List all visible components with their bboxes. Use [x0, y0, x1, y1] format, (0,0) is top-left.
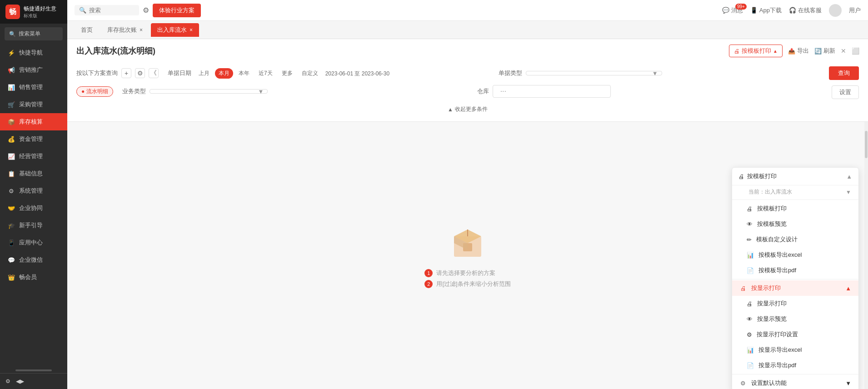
display-print-icon: 🖨 — [747, 300, 753, 307]
date-btn-this-month[interactable]: 本月 — [215, 68, 233, 79]
sidebar-item-enterprise[interactable]: 🤝 企业协同 — [0, 199, 67, 217]
settings-condition-btn[interactable]: ⚙ — [135, 68, 145, 78]
collapse-label: 收起更多条件 — [455, 105, 488, 113]
sales-icon: 📊 — [7, 83, 15, 91]
sidebar-item-finance[interactable]: 💰 资金管理 — [0, 130, 67, 148]
date-btn-7days[interactable]: 近7天 — [255, 68, 276, 79]
customer-service-btn[interactable]: 🎧 在线客服 — [789, 6, 822, 15]
collapse-sidebar-btn[interactable]: ◀▶ — [16, 378, 24, 384]
nav-label-basic: 基础信息 — [19, 170, 43, 178]
sidebar-item-system[interactable]: ⚙ 系统管理 — [0, 182, 67, 199]
industry-solution-btn[interactable]: 体验行业方案 — [153, 4, 201, 17]
business-type-select[interactable]: ▼ — [150, 89, 268, 94]
type-select[interactable]: ▼ — [526, 71, 662, 75]
empty-illustration — [447, 223, 488, 264]
sidebar-item-marketing[interactable]: 📢 营销推广 — [0, 61, 67, 79]
dropdown-item-template-design[interactable]: ✏ 模板自定义设计 — [732, 232, 858, 247]
sidebar-search-wrapper[interactable]: 🔍 搜索菜单 — [0, 24, 67, 44]
window-close-btn[interactable]: ✕ — [841, 47, 848, 55]
sidebar-item-sales[interactable]: 📊 销售管理 — [0, 79, 67, 96]
tab-batch-close[interactable]: × — [140, 27, 143, 33]
set-button[interactable]: 设置 — [832, 85, 859, 99]
date-field-group: 单据日期 上月 本月 本年 近7天 更多 自定义 2023-06-01 至 20… — [168, 68, 489, 79]
dropdown-display-header[interactable]: 🖨 按显示打印 ▲ — [732, 280, 858, 296]
tab-flow-close[interactable]: × — [190, 27, 193, 33]
step-num-2: 2 — [424, 280, 433, 288]
tab-inventory-flow[interactable]: 出入库流水 × — [151, 23, 199, 37]
sidebar-item-basic[interactable]: 📋 基础信息 — [0, 165, 67, 182]
topbar-search-box[interactable]: 🔍 — [75, 5, 139, 15]
template-print-label: 按模板打印 — [757, 204, 787, 213]
notification-btn[interactable]: 💬 消息 99+ — [722, 6, 743, 15]
sidebar-item-inventory[interactable]: 📦 库存核算 — [0, 113, 67, 130]
dropdown-item-display-excel[interactable]: 📊 按显示导出excel — [732, 342, 858, 358]
dropdown-item-template-pdf[interactable]: 📄 按模板导出pdf — [732, 263, 858, 278]
sidebar-item-operations[interactable]: 📈 经营管理 — [0, 148, 67, 165]
warehouse-label: 仓库 — [477, 87, 489, 95]
settings-bottom-btn[interactable]: ⚙ — [5, 378, 10, 384]
warehouse-more-btn[interactable]: ··· — [500, 87, 506, 95]
print-template-btn[interactable]: 🖨 按模板打印 ▲ — [729, 45, 783, 57]
date-btn-more[interactable]: 更多 — [278, 68, 296, 79]
member-icon: 👑 — [7, 273, 15, 281]
collapse-condition-btn[interactable]: 《 — [149, 68, 159, 78]
phone-icon: 📱 — [750, 7, 758, 14]
display-print-label: 按显示打印 — [757, 299, 787, 308]
sidebar-item-member[interactable]: 👑 畅会员 — [0, 269, 67, 286]
type-select-arrow: ▼ — [652, 70, 658, 77]
active-tag[interactable]: ● 流水明细 — [76, 86, 113, 97]
query-button[interactable]: 查询 — [829, 66, 859, 80]
scrollbar-thumb — [865, 131, 868, 158]
dropdown-item-default-settings[interactable]: ⚙ 设置默认功能 ▼ — [732, 375, 858, 389]
default-settings-label: 设置默认功能 — [751, 379, 787, 387]
refresh-label: 刷新 — [823, 47, 835, 55]
nav-label-purchase: 采购管理 — [19, 100, 43, 109]
nav-label-marketing: 营销推广 — [19, 66, 43, 74]
topbar-search-input[interactable] — [89, 7, 135, 14]
sidebar-item-purchase[interactable]: 🛒 采购管理 — [0, 96, 67, 113]
display-settings-icon: ⚙ — [747, 331, 752, 338]
notification-badge: 99+ — [735, 4, 747, 10]
app-download-btn[interactable]: 📱 App下载 — [750, 6, 782, 15]
topbar-gear-btn[interactable]: ⚙ — [143, 6, 149, 15]
collapse-more-btn[interactable]: ▲ 收起更多条件 — [448, 105, 488, 113]
dropdown-up-arrow[interactable]: ▲ — [846, 173, 852, 180]
display-header-arrow: ▲ — [845, 285, 851, 292]
template-pdf-icon: 📄 — [747, 267, 754, 274]
dropdown-item-display-preview[interactable]: 👁 按显示预览 — [732, 311, 858, 327]
template-design-label: 模板自定义设计 — [756, 235, 798, 244]
export-btn[interactable]: 📤 导出 — [788, 47, 809, 55]
sidebar-item-shortcut[interactable]: ⚡ 快捷导航 — [0, 44, 67, 61]
date-btn-this-year[interactable]: 本年 — [235, 68, 253, 79]
refresh-btn[interactable]: 🔄 刷新 — [814, 47, 835, 55]
content-area: 1 请先选择要分析的方案 2 用[过滤]条件来缩小分析范围 🖨 按模板打印 ▲ — [67, 122, 868, 389]
sidebar-item-guide[interactable]: 🎓 新手引导 — [0, 217, 67, 234]
dropdown-item-display-pdf[interactable]: 📄 按显示导出pdf — [732, 358, 858, 373]
tab-batch-account[interactable]: 库存批次账 × — [101, 23, 149, 37]
add-condition-btn[interactable]: + — [121, 68, 131, 78]
dropdown-item-template-print[interactable]: 🖨 按模板打印 — [732, 201, 858, 216]
operations-icon: 📈 — [7, 152, 15, 160]
sidebar-item-wechat[interactable]: 💬 企业微信 — [0, 251, 67, 269]
page-header: 出入库流水(流水明细) 🖨 按模板打印 ▲ 📤 导出 🔄 刷新 ✕ — [67, 39, 868, 61]
right-scrollbar[interactable] — [864, 122, 868, 389]
tab-home[interactable]: 首页 — [75, 23, 99, 37]
business-type-label: 业务类型 — [122, 87, 146, 95]
dropdown-item-template-preview[interactable]: 👁 按模板预览 — [732, 216, 858, 232]
template-preview-label: 按模板预览 — [757, 220, 787, 228]
export-icon: 📤 — [788, 48, 795, 55]
set-btns: 设置 — [832, 84, 859, 99]
search-menu-btn[interactable]: 🔍 搜索菜单 — [5, 27, 63, 40]
dropdown-item-display-settings[interactable]: ⚙ 按显示打印设置 — [732, 327, 858, 342]
sidebar-item-app[interactable]: 📱 应用中心 — [0, 234, 67, 251]
window-maximize-btn[interactable]: ⬜ — [852, 47, 859, 55]
dropdown-item-display-print[interactable]: 🖨 按显示打印 — [732, 296, 858, 311]
user-avatar[interactable] — [829, 4, 842, 17]
date-btn-last-month[interactable]: 上月 — [195, 68, 213, 79]
print-chevron-icon: ▲ — [773, 49, 778, 54]
dropdown-item-template-excel[interactable]: 📊 按模板导出excel — [732, 247, 858, 263]
warehouse-select[interactable]: ··· — [493, 85, 611, 98]
search-row-2: ● 流水明细 业务类型 ▼ 仓库 ··· 设置 — [76, 84, 859, 99]
date-btn-custom[interactable]: 自定义 — [298, 68, 322, 79]
basic-icon: 📋 — [7, 170, 15, 178]
